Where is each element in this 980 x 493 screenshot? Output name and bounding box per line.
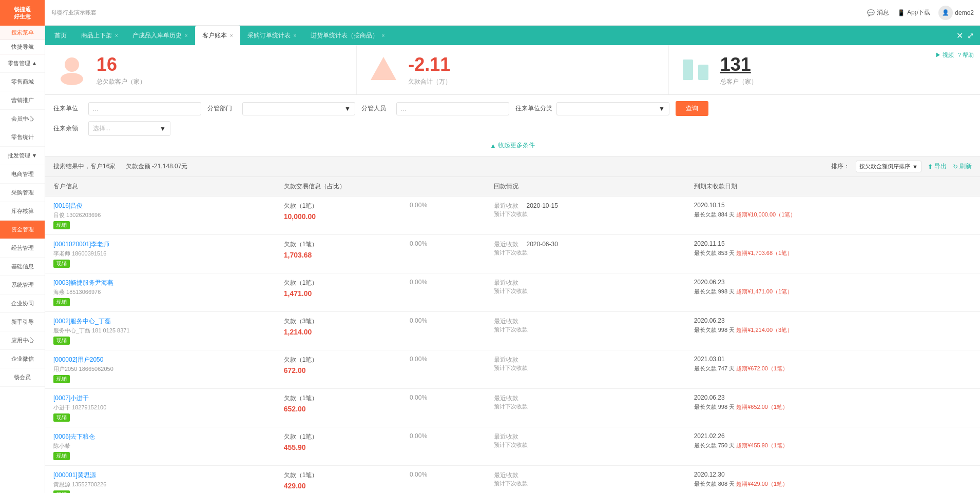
balance-select[interactable]: 选择... ▼ — [88, 121, 170, 136]
debt-count-0: 欠款（1笔） — [284, 202, 393, 210]
debt-amount-4[interactable]: 672.00 — [284, 366, 393, 374]
sidebar-item-7[interactable]: 采购管理 — [0, 184, 45, 202]
sidebar-item-13[interactable]: 企业协同 — [0, 294, 45, 313]
tab-1[interactable]: 商品上下架× — [74, 26, 125, 45]
return-next-4: 预计下次收款 — [494, 364, 678, 372]
customer-name-2[interactable]: [0003]畅捷服务尹海燕 — [53, 279, 267, 287]
debt-amount-1[interactable]: 1,703.68 — [284, 251, 393, 259]
result-text-container: 搜索结果中，客户16家 欠款金额 -21,148.07元 — [53, 162, 187, 171]
table-row: [0006]去下粮仓 陈小希 现销 欠款（1笔） 455.90 0.00% 最近… — [45, 427, 980, 466]
expand-tabs-btn[interactable]: ⤢ — [967, 31, 974, 41]
customer-name-1[interactable]: [0001020001]李老师 — [53, 240, 267, 249]
debt-amount-6[interactable]: 455.90 — [284, 443, 393, 451]
return-next-7: 预计下次收款 — [494, 480, 678, 487]
app-download-btn[interactable]: 📱 App下载 — [897, 8, 930, 17]
tab-4[interactable]: 采购订单统计表× — [240, 26, 304, 45]
sort-select[interactable]: 按欠款金额倒序排序 ▼ — [856, 161, 921, 172]
vendor-filter: 往来单位 ... — [53, 102, 201, 115]
user-avatar[interactable]: 👤 demo2 — [938, 6, 974, 20]
refresh-btn[interactable]: ↻ 刷新 — [953, 162, 972, 171]
sidebar-item-17[interactable]: 畅会员 — [0, 368, 45, 387]
app-icon: 📱 — [897, 9, 905, 16]
tab-3[interactable]: 客户账本× — [195, 26, 240, 45]
tab-close-3[interactable]: × — [230, 33, 233, 38]
table-row: [0007]小进干 小进干 18279152100 现销 欠款（1笔） 652.… — [45, 389, 980, 427]
sidebar-item-2[interactable]: 营销推广 — [0, 91, 45, 110]
return-label-1: 最近收款 2020-06-30 — [494, 240, 678, 249]
summary-card2-content: -2.11 欠款合计（万） — [408, 54, 658, 86]
return-next-5: 预计下次收款 — [494, 403, 678, 410]
sidebar-item-16[interactable]: 企业微信 — [0, 350, 45, 368]
debt-amount-5[interactable]: 652.00 — [284, 405, 393, 413]
message-icon: 💬 — [867, 9, 875, 16]
return-label-5: 最近收款 — [494, 394, 678, 403]
sidebar-item-3[interactable]: 会员中心 — [0, 110, 45, 128]
tab-close-2[interactable]: × — [185, 33, 188, 38]
sidebar-item-6[interactable]: 电商管理 — [0, 165, 45, 184]
search-button[interactable]: 查询 — [676, 101, 708, 116]
tab-close-5[interactable]: × — [381, 33, 385, 38]
return-info-cell-3: 最近收款 预计下次收款 — [486, 312, 686, 350]
sidebar-item-12[interactable]: 系统管理 — [0, 276, 45, 294]
sidebar-item-15[interactable]: 应用中心 — [0, 331, 45, 350]
tab-0[interactable]: 首页 — [47, 26, 74, 45]
sidebar-item-0[interactable]: 零售管理 ▲ — [0, 54, 45, 73]
debt-amount-3[interactable]: 1,214.00 — [284, 328, 393, 336]
dept-select[interactable]: ▼ — [242, 102, 355, 115]
topbar: 母婴行业演示账套 💬 消息 📱 App下载 👤 demo2 — [45, 0, 980, 26]
summary-card-debt-total: -2.11 欠款合计（万） — [357, 45, 668, 94]
customer-name-4[interactable]: [000002]用户2050 — [53, 356, 267, 364]
person-dots: ... — [401, 105, 406, 112]
customer-contact-5: 小进干 18279152100 — [53, 404, 267, 411]
customer-name-7[interactable]: [000001]黄思源 — [53, 471, 267, 480]
customer-badge-0: 现销 — [53, 221, 70, 229]
category-select[interactable]: ▼ — [556, 102, 669, 115]
sidebar-item-9[interactable]: 资金管理 — [0, 221, 45, 239]
close-all-tabs-btn[interactable]: ✕ — [956, 31, 963, 41]
sidebar-search-menu[interactable]: 搜索菜单 — [0, 26, 45, 40]
sidebar-item-5[interactable]: 批发管理 ▼ — [0, 147, 45, 165]
debt-amount-7[interactable]: 429.00 — [284, 482, 393, 490]
debt-amount-0[interactable]: 10,000.00 — [284, 212, 393, 221]
data-table: 客户信息 欠款交易信息（占比） 回款情况 到期未收款日期 [0016]吕俊 吕俊… — [45, 177, 980, 493]
debt-count-5: 欠款（1笔） — [284, 394, 393, 403]
overdue-link-5[interactable]: 超期¥652.00（1笔） — [736, 404, 788, 410]
debt-info-cell-2: 欠款（1笔） 1,471.00 — [276, 273, 401, 312]
sidebar-item-11[interactable]: 基础信息 — [0, 258, 45, 276]
sidebar-item-10[interactable]: 经营管理 — [0, 239, 45, 258]
sidebar-item-4[interactable]: 零售统计 — [0, 128, 45, 147]
sidebar-item-1[interactable]: 零售商城 — [0, 73, 45, 91]
video-btn[interactable]: ▶ 视频 — [935, 51, 954, 59]
overdue-link-3[interactable]: 超期¥1,214.00（3笔） — [736, 327, 793, 333]
overdue-link-0[interactable]: 超期¥10,000.00（1笔） — [736, 211, 796, 218]
collapse-btn[interactable]: ▲ 收起更多条件 — [490, 141, 535, 150]
sidebar-item-14[interactable]: 新手引导 — [0, 313, 45, 331]
person-input[interactable]: ... — [396, 102, 509, 115]
help-btn[interactable]: ? 帮助 — [958, 51, 974, 59]
customer-name-3[interactable]: [0002]服务中心_丁磊 — [53, 317, 267, 326]
tab-close-4[interactable]: × — [294, 33, 297, 38]
overdue-days-1: 最长欠款 853 天 超期¥1,703.68（1笔） — [694, 249, 972, 257]
tab-2[interactable]: 产成品入库单历史× — [125, 26, 195, 45]
due-date-cell-7: 2020.12.30 最长欠款 808 天 超期¥429.00（1笔） — [686, 466, 980, 494]
sidebar-item-8[interactable]: 库存核算 — [0, 202, 45, 221]
customer-name-5[interactable]: [0007]小进干 — [53, 394, 267, 403]
customer-name-6[interactable]: [0006]去下粮仓 — [53, 432, 267, 441]
vendor-input[interactable]: ... — [88, 102, 201, 115]
customer-name-0[interactable]: [0016]吕俊 — [53, 202, 267, 210]
debt-amount-2[interactable]: 1,471.00 — [284, 289, 393, 298]
tab-5[interactable]: 进货单统计表（按商品）× — [303, 26, 392, 45]
export-btn[interactable]: ⬆ 导出 — [928, 162, 947, 171]
overdue-link-1[interactable]: 超期¥1,703.68（1笔） — [736, 250, 793, 256]
message-btn[interactable]: 💬 消息 — [867, 8, 889, 17]
debt-customers-icon — [55, 53, 88, 86]
overdue-date-1: 2020.11.15 — [694, 240, 972, 247]
overdue-link-2[interactable]: 超期¥1,471.00（1笔） — [736, 288, 793, 294]
overdue-link-4[interactable]: 超期¥672.00（1笔） — [736, 365, 788, 371]
overdue-link-6[interactable]: 超期¥455.90（1笔） — [736, 442, 788, 448]
customer-info-cell-3: [0002]服务中心_丁磊 服务中心_丁磊 181 0125 8371 现销 — [45, 312, 276, 350]
overdue-link-7[interactable]: 超期¥429.00（1笔） — [736, 481, 788, 487]
debt-pct-cell-3: 0.00% — [401, 312, 486, 350]
sidebar-quick-nav[interactable]: 快捷导航 — [0, 40, 45, 54]
tab-close-1[interactable]: × — [115, 33, 118, 38]
